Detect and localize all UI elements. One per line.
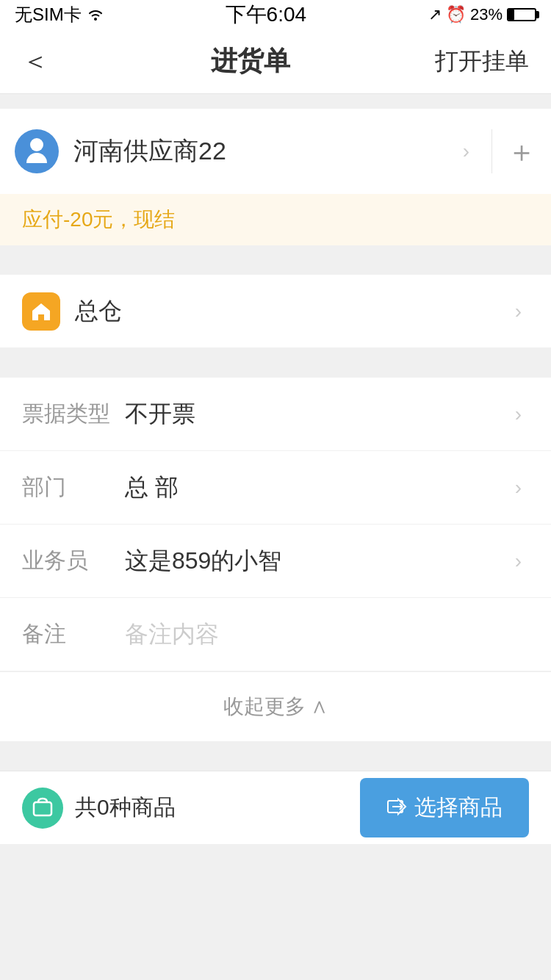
section-gap-3 (0, 348, 551, 363)
open-pending-button[interactable]: 打开挂单 (435, 46, 529, 78)
invoice-row[interactable]: 票据类型 不开票 › (0, 378, 551, 451)
chevron-right-icon: › (515, 476, 522, 500)
notice-text: 应付-20元，现结 (22, 208, 175, 231)
department-value: 总 部 (125, 472, 515, 504)
location-icon: ↗ (428, 5, 442, 24)
notice-banner: 应付-20元，现结 (0, 194, 551, 245)
salesperson-label: 业务员 (22, 546, 125, 576)
status-bar: 无SIM卡 下午6:04 ↗ ⏰ 23% (0, 0, 551, 29)
remark-row[interactable]: 备注 备注内容 (0, 598, 551, 671)
bottom-bar: 共0种商品 选择商品 (0, 771, 551, 844)
battery-text: 23% (470, 5, 503, 24)
salesperson-value: 这是859的小智 (125, 545, 515, 577)
svg-rect-0 (34, 802, 51, 815)
section-gap-2 (0, 245, 551, 260)
product-count: 共0种商品 (75, 793, 360, 823)
house-icon (31, 301, 51, 322)
battery-icon (507, 8, 536, 21)
supplier-section: 河南供应商22 › ＋ (0, 109, 551, 194)
remark-placeholder: 备注内容 (125, 619, 529, 651)
chevron-right-icon: › (463, 140, 469, 163)
department-row[interactable]: 部门 总 部 › (0, 451, 551, 525)
warehouse-icon (22, 292, 60, 331)
select-icon (386, 798, 407, 818)
select-btn-label: 选择商品 (414, 793, 503, 823)
cart-icon (31, 796, 54, 820)
supplier-row[interactable]: 河南供应商22 › (0, 109, 491, 194)
status-right: ↗ ⏰ 23% (428, 5, 536, 24)
status-carrier: 无SIM卡 (15, 3, 104, 26)
product-icon (22, 788, 63, 829)
collapse-button[interactable]: 收起更多 ∧ (223, 693, 328, 721)
section-gap-1 (0, 94, 551, 109)
nav-bar: ＜ 进货单 打开挂单 (0, 29, 551, 94)
chevron-right-icon: › (515, 403, 522, 426)
invoice-value: 不开票 (125, 398, 515, 430)
department-label: 部门 (22, 472, 125, 502)
avatar (15, 129, 59, 173)
warehouse-row[interactable]: 总仓 › (0, 275, 551, 348)
carrier-text: 无SIM卡 (15, 3, 82, 26)
person-icon (24, 138, 50, 165)
invoice-label: 票据类型 (22, 399, 125, 429)
supplier-name: 河南供应商22 (73, 134, 463, 168)
remark-label: 备注 (22, 619, 125, 649)
collapse-section: 收起更多 ∧ (0, 671, 551, 741)
alarm-icon: ⏰ (446, 5, 466, 24)
chevron-right-icon: › (515, 300, 522, 323)
back-button[interactable]: ＜ (22, 43, 66, 79)
form-group: 票据类型 不开票 › 部门 总 部 › 业务员 这是859的小智 › 备注 备注… (0, 378, 551, 741)
status-time: 下午6:04 (226, 1, 307, 29)
salesperson-row[interactable]: 业务员 这是859的小智 › (0, 525, 551, 598)
warehouse-name: 总仓 (75, 295, 515, 328)
page-title: 进货单 (211, 43, 290, 79)
section-gap-4 (0, 741, 551, 756)
wifi-icon (87, 9, 104, 21)
chevron-right-icon: › (515, 550, 522, 573)
add-button[interactable]: ＋ (492, 131, 551, 172)
select-product-button[interactable]: 选择商品 (360, 778, 529, 837)
